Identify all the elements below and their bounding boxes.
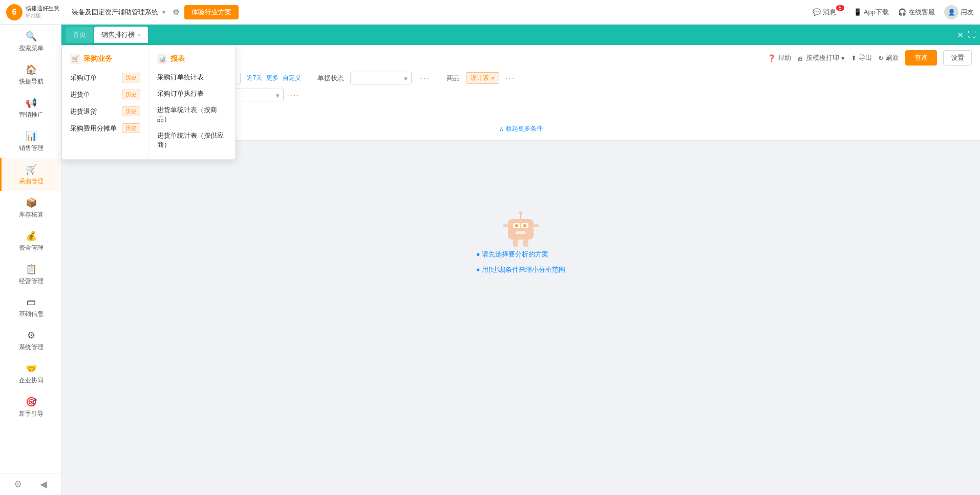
refresh-label: 刷新 <box>886 53 899 62</box>
sidebar-label-search: 搜索菜单 <box>19 44 44 53</box>
status-label: 单据状态 <box>317 74 344 83</box>
query-button[interactable]: 查询 <box>905 50 937 66</box>
dropdown-purchase-order[interactable]: 采购订单 历史 <box>62 69 148 86</box>
marketing-icon: 📢 <box>26 97 37 109</box>
print-icon: 🖨 <box>797 54 804 62</box>
logo-area: 6 畅捷通好生意 标准版 <box>6 4 68 20</box>
status-dots[interactable]: ··· <box>420 74 430 83</box>
svg-rect-0 <box>508 219 534 240</box>
date-custom[interactable]: 自定义 <box>283 74 301 82</box>
logo-text: 畅捷通好生意 <box>26 5 59 12</box>
svg-rect-6 <box>513 240 518 247</box>
tip-2-text: 用[过滤]条件来缩小分析范围 <box>482 266 565 273</box>
order-exec-label: 采购订单执行表 <box>157 89 204 98</box>
industry-button[interactable]: 体验行业方案 <box>184 5 239 19</box>
status-select[interactable] <box>350 72 412 84</box>
sidebar-item-operation[interactable]: 📋 经营管理 <box>0 257 61 291</box>
sidebar-item-finance[interactable]: 💰 资金管理 <box>0 224 61 257</box>
goods-tag: 设计素 × <box>466 72 499 84</box>
dropdown-receipt-stat-goods[interactable]: 进货单统计表（按商品） <box>149 102 236 127</box>
help-button[interactable]: ❓ 帮助 <box>768 50 791 66</box>
purchase-order-label: 采购订单 <box>70 73 97 82</box>
status-select-wrapper <box>350 72 412 84</box>
tab-home[interactable]: 首页 <box>66 27 93 43</box>
window-close-icon[interactable]: ✕ <box>957 30 964 40</box>
online-service-button[interactable]: 🎧 在线客服 <box>898 8 935 17</box>
purchase-col-header: 🛒 采购业务 <box>62 52 148 69</box>
search-icon: 🔍 <box>26 31 37 42</box>
basic-icon: 🗃 <box>27 297 36 308</box>
setting-button[interactable]: 设置 <box>943 50 972 66</box>
dropdown-purchase-return[interactable]: 进货退货 历史 <box>62 103 148 120</box>
goods-dots[interactable]: ··· <box>505 74 515 83</box>
tab-sales-rank[interactable]: 销售排行榜 × <box>94 27 148 43</box>
return-history[interactable]: 历史 <box>122 106 140 116</box>
app-label: App下载 <box>864 8 889 17</box>
dropdown-order-exec[interactable]: 采购订单执行表 <box>149 85 236 102</box>
sidebar-settings-icon[interactable]: ⚙ <box>14 479 22 490</box>
svg-point-9 <box>523 224 526 227</box>
sidebar-item-basic[interactable]: 🗃 基础信息 <box>0 291 61 324</box>
date-more[interactable]: 更多 <box>266 74 279 82</box>
receipt-stat-goods-label: 进货单统计表（按商品） <box>157 105 227 124</box>
refresh-button[interactable]: ↻ 刷新 <box>878 50 899 66</box>
dropdown-order-stat[interactable]: 采购订单统计表 <box>149 69 236 85</box>
report-col-header: 📊 报表 <box>149 52 236 69</box>
dropdown-purchase-receipt[interactable]: 进货单 历史 <box>62 86 148 103</box>
sidebar-item-guide[interactable]: 🎯 新手引导 <box>0 390 61 423</box>
help-label: 帮助 <box>778 53 791 62</box>
tab-close-icon[interactable]: × <box>138 32 141 38</box>
sidebar-item-inventory[interactable]: 📦 库存核算 <box>0 191 61 224</box>
sidebar-item-purchase[interactable]: 🛒 采购管理 <box>0 158 61 191</box>
svg-rect-7 <box>523 240 528 247</box>
headset-icon: 🎧 <box>898 8 906 16</box>
purchase-dropdown-menu: 🛒 采购业务 采购订单 历史 进货单 历史 进货退货 历史 采购费用分摊单 历史… <box>61 45 236 160</box>
order-stat-label: 采购订单统计表 <box>157 73 204 82</box>
report-header-label: 报表 <box>171 54 185 63</box>
receipt-history[interactable]: 历史 <box>122 90 140 99</box>
salesman-dots[interactable]: ··· <box>290 91 300 100</box>
guide-icon: 🎯 <box>26 396 37 407</box>
message-button[interactable]: 💬 消息 5 <box>813 8 844 17</box>
empty-tip-1: ● 请先选择要分析的方案 <box>476 250 548 259</box>
user-menu-button[interactable]: 👤 用友 <box>944 5 974 19</box>
settings-gear-icon[interactable]: ⚙ <box>173 8 179 17</box>
home-icon: 🏠 <box>26 64 37 75</box>
print-arrow-icon: ▾ <box>841 54 845 62</box>
purchase-col: 🛒 采购业务 采购订单 历史 进货单 历史 进货退货 历史 采购费用分摊单 历史 <box>62 46 148 159</box>
sidebar-item-system[interactable]: ⚙ 系统管理 <box>0 324 61 357</box>
system-title-chevron[interactable]: ▾ <box>162 9 165 16</box>
purchase-icon: 🛒 <box>26 164 37 175</box>
receipt-label: 进货单 <box>70 90 90 99</box>
sidebar-item-collab[interactable]: 🤝 企业协同 <box>0 357 61 390</box>
sidebar-item-search[interactable]: 🔍 搜索菜单 <box>0 25 61 58</box>
dropdown-purchase-expense[interactable]: 采购费用分摊单 历史 <box>62 120 148 137</box>
svg-rect-3 <box>516 231 526 234</box>
date-7days[interactable]: 近7天 <box>247 74 263 82</box>
sidebar-label-collab: 企业协同 <box>19 376 44 385</box>
dropdown-receipt-stat-supplier[interactable]: 进货单统计表（按供应商） <box>149 127 236 153</box>
date-shortcuts: 近7天 更多 自定义 <box>247 74 302 82</box>
sidebar-item-sales[interactable]: 📊 销售管理 <box>0 124 61 158</box>
window-expand-icon[interactable]: ⛶ <box>968 30 976 39</box>
system-title-area: 装备及固定资产辅助管理系统 ▾ ⚙ <box>72 8 179 17</box>
system-title-text: 装备及固定资产辅助管理系统 <box>72 8 158 17</box>
sidebar-item-nav[interactable]: 🏠 快捷导航 <box>0 58 61 91</box>
sidebar-item-marketing[interactable]: 📢 营销推广 <box>0 91 61 124</box>
expense-history[interactable]: 历史 <box>122 123 140 133</box>
message-icon: 💬 <box>813 8 821 16</box>
sidebar-collapse-icon[interactable]: ◀ <box>40 479 47 490</box>
bullet-2: ● <box>476 266 480 273</box>
print-button[interactable]: 🖨 按模板打印 ▾ <box>797 50 845 66</box>
goods-label: 商品 <box>446 74 460 83</box>
goods-tag-close[interactable]: × <box>491 75 495 82</box>
phone-icon: 📱 <box>854 8 862 16</box>
sales-icon: 📊 <box>26 131 37 142</box>
collapse-icon: ∧ <box>499 125 504 133</box>
app-download-button[interactable]: 📱 App下载 <box>854 8 889 17</box>
export-button[interactable]: ⬆ 导出 <box>851 50 872 66</box>
purchase-order-history[interactable]: 历史 <box>122 73 140 82</box>
sidebar-label-marketing: 营销推广 <box>19 111 44 119</box>
collapse-label: 收起更多条件 <box>506 124 543 133</box>
top-right-area: 💬 消息 5 📱 App下载 🎧 在线客服 👤 用友 <box>813 5 974 19</box>
